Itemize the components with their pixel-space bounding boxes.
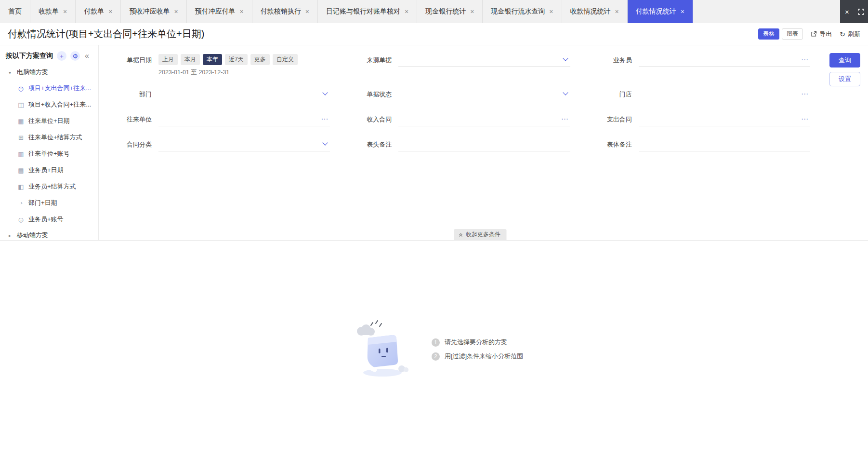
scheme-item[interactable]: ◷ 项目+支出合同+往来... — [0, 80, 98, 96]
scheme-item[interactable]: ◶ 业务员+账号 — [0, 211, 98, 228]
date-preset-chip[interactable]: 更多 — [250, 54, 270, 65]
scheme-settings-button[interactable]: ⚙ — [70, 51, 80, 61]
collapse-filters-label: 收起更多条件 — [466, 230, 500, 239]
scheme-item-label: 往来单位+结算方式 — [28, 133, 82, 142]
tab-close-icon[interactable]: × — [615, 8, 619, 15]
search-button[interactable]: 查询 — [829, 53, 860, 67]
view-chart-button[interactable]: 图表 — [782, 28, 803, 40]
scheme-item[interactable]: ▥ 往来单位+账号 — [0, 146, 98, 162]
tab-item[interactable]: 现金银行统计 × — [417, 0, 483, 23]
tab-label: 预付冲应付单 — [195, 7, 236, 16]
refresh-button[interactable]: ↻ 刷新 — [840, 30, 860, 39]
ellipsis-icon: ⋯ — [801, 115, 809, 122]
tree-group-label: 电脑端方案 — [17, 68, 48, 77]
fullscreen-button[interactable] — [854, 0, 868, 23]
scheme-item[interactable]: ⊞ 往来单位+结算方式 — [0, 129, 98, 146]
scheme-item[interactable]: ◧ 业务员+结算方式 — [0, 178, 98, 195]
collapse-sidebar-button[interactable]: « — [85, 52, 89, 60]
tab-close-icon[interactable]: × — [108, 8, 112, 15]
scheme-item-label: 项目+支出合同+往来... — [28, 84, 91, 93]
tab-item[interactable]: 预收冲应收单 × — [121, 0, 186, 23]
department-select[interactable] — [158, 87, 330, 101]
tab-close-icon[interactable]: × — [470, 8, 474, 15]
date-preset-chip[interactable]: 自定义 — [273, 54, 298, 65]
tab-item[interactable]: 付款单 × — [76, 0, 121, 23]
date-preset-chip[interactable]: 近7天 — [225, 54, 248, 65]
field-label: 表体备注 — [592, 137, 632, 149]
salesman-picker[interactable]: ⋯ — [639, 53, 810, 67]
field-label: 部门 — [112, 87, 152, 99]
fullscreen-icon — [858, 9, 864, 15]
export-button[interactable]: 导出 — [811, 30, 832, 39]
collapse-filters-button[interactable]: 收起更多条件 — [454, 229, 506, 240]
tab-label: 付款情况统计 — [636, 7, 676, 16]
date-range-text[interactable]: 2023-01-01 至 2023-12-31 — [158, 68, 330, 77]
scheme-item-label: 业务员+账号 — [28, 215, 64, 224]
tab-label: 付款核销执行 — [261, 7, 301, 16]
field-header-note: 表头备注 — [352, 137, 570, 152]
tab-item[interactable]: 付款核销执行 × — [252, 0, 318, 23]
step-text: 用[过滤]条件来缩小分析范围 — [445, 352, 523, 361]
date-preset-chip-active[interactable]: 本年 — [203, 54, 222, 65]
contract-category-select[interactable] — [158, 137, 330, 151]
settlement-icon: ⊞ — [17, 134, 25, 141]
settings-button[interactable]: 设置 — [829, 72, 860, 86]
field-label: 业务员 — [592, 53, 632, 65]
tab-item[interactable]: 收款情况统计 × — [562, 0, 628, 23]
bill-status-select[interactable] — [398, 87, 570, 101]
tab-close-icon[interactable]: × — [681, 8, 684, 15]
filter-grid: 单据日期 上月 本月 本年 近7天 更多 自定义 2023-01-01 至 20… — [112, 53, 810, 152]
body-note-control — [639, 137, 810, 151]
tab-item[interactable]: 日记账与银行对账单核对 × — [318, 0, 417, 23]
tree-group-pc[interactable]: ▾ 电脑端方案 — [0, 65, 98, 80]
scheme-item[interactable]: ▤ 业务员+日期 — [0, 162, 98, 178]
scheme-item[interactable]: ◔ 部门+日期 — [0, 195, 98, 211]
field-bill-status: 单据状态 — [352, 87, 570, 102]
tab-item[interactable]: 预付冲应付单 × — [187, 0, 252, 23]
field-department: 部门 — [112, 87, 330, 102]
close-all-tabs-button[interactable]: × — [840, 0, 854, 23]
scheme-item-label: 业务员+结算方式 — [28, 182, 76, 191]
store-picker[interactable]: ⋯ — [639, 87, 810, 101]
field-store: 门店 ⋯ — [592, 87, 810, 102]
expense-contract-picker[interactable]: ⋯ — [639, 112, 810, 126]
partner-picker[interactable]: ⋯ — [158, 112, 330, 126]
tab-item[interactable]: 首页 — [0, 0, 30, 23]
export-icon — [811, 31, 817, 37]
scheme-item[interactable]: ▦ 往来单位+日期 — [0, 113, 98, 129]
tab-label: 日记账与银行对账单核对 — [326, 7, 400, 16]
view-table-button[interactable]: 表格 — [758, 28, 779, 40]
field-label: 支出合同 — [592, 112, 632, 124]
tabbar-spacer — [693, 0, 840, 23]
ellipsis-icon: ⋯ — [801, 56, 809, 63]
source-bill-select[interactable] — [398, 53, 570, 67]
tree-group-mobile[interactable]: ▸ 移动端方案 — [0, 228, 98, 240]
tab-item-active[interactable]: 付款情况统计 × — [628, 0, 693, 23]
view-toggle: 表格 图表 — [758, 28, 803, 40]
add-scheme-button[interactable]: + — [57, 51, 66, 61]
header-note-input[interactable] — [398, 138, 570, 149]
tab-close-icon[interactable]: × — [63, 8, 67, 15]
step-number-badge: 2 — [432, 352, 440, 361]
refresh-icon: ↻ — [840, 30, 845, 38]
plus-icon: + — [60, 53, 64, 60]
tab-item[interactable]: 收款单 × — [30, 0, 76, 23]
tab-close-icon[interactable]: × — [240, 8, 244, 15]
tab-label: 收款情况统计 — [570, 7, 611, 16]
tab-close-icon[interactable]: × — [174, 8, 178, 15]
date-preset-chips: 上月 本月 本年 近7天 更多 自定义 — [158, 54, 330, 65]
tab-close-icon[interactable]: × — [405, 8, 408, 15]
income-contract-picker[interactable]: ⋯ — [398, 112, 570, 126]
tab-close-icon[interactable]: × — [549, 8, 553, 15]
chevron-collapsed-icon: ▸ — [9, 233, 13, 238]
field-label: 合同分类 — [112, 137, 152, 149]
scheme-sidebar: 按以下方案查询 + ⚙ « ▾ 电脑端方案 ◷ 项目+支出合同+往来... ◫ … — [0, 45, 99, 240]
date-preset-chip[interactable]: 上月 — [158, 54, 178, 65]
body-note-input[interactable] — [639, 138, 810, 149]
bar-chart-icon: ▥ — [17, 150, 25, 158]
date-preset-chip[interactable]: 本月 — [181, 54, 200, 65]
tab-item[interactable]: 现金银行流水查询 × — [483, 0, 562, 23]
result-area: 1 请先选择要分析的方案 2 用[过滤]条件来缩小分析范围 — [0, 241, 868, 458]
scheme-item[interactable]: ◫ 项目+收入合同+往来... — [0, 96, 98, 113]
tab-close-icon[interactable]: × — [305, 8, 309, 15]
